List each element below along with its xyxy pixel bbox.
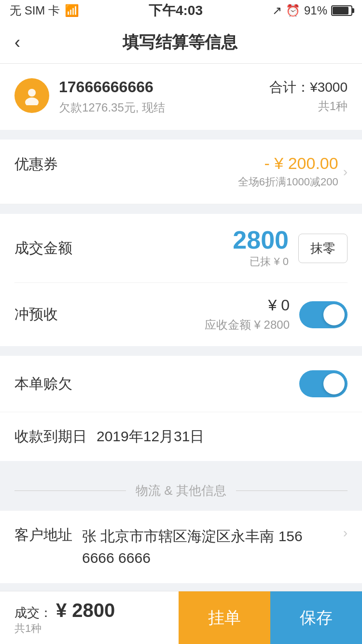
coupon-discount: - ¥ 200.00	[238, 154, 338, 173]
footer-trade-label: 成交：	[14, 604, 52, 621]
transaction-value: 2800	[233, 227, 289, 252]
coupon-right: - ¥ 200.00 全场6折满1000减200 ›	[238, 154, 348, 189]
footer-amount: ¥ 2800	[56, 600, 115, 621]
date-section: 收款到期日 2019年12月31日	[0, 412, 362, 461]
prepaid-toggle[interactable]	[299, 301, 348, 328]
round-button[interactable]: 抹零	[298, 234, 348, 263]
section-gap-2	[0, 204, 362, 214]
status-time: 下午4:03	[149, 1, 203, 20]
section-gap-1	[0, 130, 362, 140]
battery-icon	[331, 5, 352, 16]
nav-bar: ‹ 填写结算等信息	[0, 21, 362, 64]
footer: 成交： ¥ 2800 共1种 挂单 保存	[0, 591, 362, 644]
debt-label: 本单赊欠	[14, 374, 72, 394]
divider-line-right	[236, 490, 348, 491]
customer-sub-text: 欠款1276.35元, 现结	[59, 100, 165, 115]
prepaid-amount: ¥ 0	[268, 296, 290, 314]
date-value: 2019年12月31日	[97, 427, 204, 447]
coupon-label: 优惠券	[14, 154, 58, 174]
prepaid-right: ¥ 0 应收金额 ¥ 2800	[205, 296, 290, 333]
transaction-right: 2800 已抹 ¥ 0 抹零	[233, 227, 348, 269]
transaction-label: 成交金额	[14, 238, 72, 258]
section-gap-4	[0, 461, 362, 471]
prepaid-row: 冲预收 ¥ 0 应收金额 ¥ 2800	[14, 283, 348, 346]
footer-info: 成交： ¥ 2800 共1种	[0, 591, 179, 644]
battery-percentage: 91%	[304, 4, 327, 17]
svg-point-1	[25, 98, 39, 105]
customer-left: 17666666666 欠款1276.35元, 现结	[14, 78, 165, 115]
transaction-sub: 已抹 ¥ 0	[233, 254, 289, 269]
carrier-text: 无 SIM 卡	[10, 3, 60, 18]
avatar	[14, 78, 49, 113]
logistics-divider: 物流 & 其他信息	[0, 471, 362, 511]
status-right: ↗ ⏰ 91%	[272, 4, 352, 17]
address-value: 张 北京市市辖区海淀区永丰南 156 6666 6666	[82, 525, 334, 569]
total-amount: 合计：¥3000	[269, 78, 348, 97]
coupon-chevron-icon: ›	[343, 164, 348, 180]
save-button[interactable]: 保存	[270, 591, 362, 644]
debt-toggle[interactable]	[299, 370, 348, 397]
page-title: 填写结算等信息	[30, 31, 330, 54]
prepaid-desc: 应收金额 ¥ 2800	[205, 317, 290, 333]
footer-count: 共1种	[14, 621, 164, 636]
back-button[interactable]: ‹	[14, 32, 20, 53]
svg-point-0	[28, 89, 36, 97]
transaction-row: 成交金额 2800 已抹 ¥ 0 抹零	[14, 214, 348, 283]
divider-line-left	[14, 490, 126, 491]
debt-section: 本单赊欠	[0, 356, 362, 412]
total-count: 共1种	[269, 98, 348, 114]
alarm-icon: ⏰	[286, 4, 300, 17]
address-label: 客户地址	[14, 525, 72, 545]
date-label: 收款到期日	[14, 427, 87, 447]
customer-right: 合计：¥3000 共1种	[269, 78, 348, 114]
pending-button[interactable]: 挂单	[179, 591, 270, 644]
customer-info: 17666666666 欠款1276.35元, 现结	[59, 78, 165, 115]
customer-phone: 17666666666	[59, 78, 165, 96]
coupon-row[interactable]: 优惠券 - ¥ 200.00 全场6折满1000减200 ›	[0, 140, 362, 204]
address-chevron-icon: ›	[343, 525, 348, 541]
customer-card: 17666666666 欠款1276.35元, 现结 合计：¥3000 共1种	[0, 64, 362, 130]
section-gap-3	[0, 346, 362, 356]
status-bar: 无 SIM 卡 📶 下午4:03 ↗ ⏰ 91%	[0, 0, 362, 21]
status-left: 无 SIM 卡 📶	[10, 3, 79, 18]
coupon-description: 全场6折满1000减200	[238, 175, 338, 189]
address-section[interactable]: 客户地址 张 北京市市辖区海淀区永丰南 156 6666 6666 ›	[0, 511, 362, 583]
amount-section: 成交金额 2800 已抹 ¥ 0 抹零 冲预收 ¥ 0 应收金额 ¥ 2800	[0, 214, 362, 346]
prepaid-label: 冲预收	[14, 305, 58, 324]
logistics-label: 物流 & 其他信息	[136, 482, 226, 499]
wifi-icon: 📶	[65, 4, 79, 17]
location-icon: ↗	[272, 4, 282, 17]
